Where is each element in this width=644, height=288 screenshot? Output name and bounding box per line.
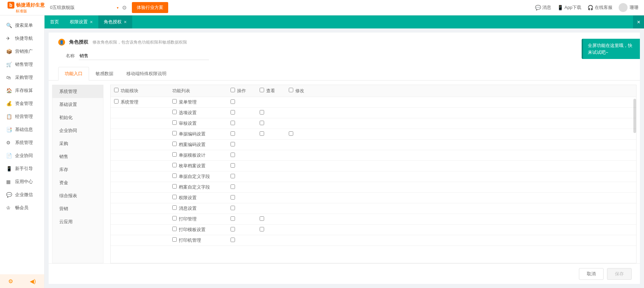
sidebar-item-4[interactable]: 🛍采购管理: [0, 71, 44, 84]
org-selector[interactable]: 0五组旗舰版 ▾: [50, 4, 119, 11]
func-checkbox[interactable]: [172, 110, 177, 114]
module-item-8[interactable]: 综合报表: [52, 189, 103, 202]
module-item-5[interactable]: 销售: [52, 150, 103, 163]
select-all-module-checkbox[interactable]: [114, 88, 119, 92]
sidebar-item-13[interactable]: 💬企业微信: [0, 188, 44, 201]
sub-tab-2[interactable]: 移动端特殊权限说明: [120, 67, 173, 81]
sidebar-item-label: 基础信息: [15, 127, 33, 133]
func-checkbox[interactable]: [172, 237, 177, 242]
select-all-edit-checkbox[interactable]: [289, 88, 293, 92]
module-item-6[interactable]: 库存: [52, 163, 103, 176]
sidebar-item-label: 采购管理: [15, 74, 33, 81]
user-menu[interactable]: 珊珊: [619, 3, 639, 12]
view-checkbox[interactable]: [260, 110, 264, 115]
op-checkbox[interactable]: [231, 227, 235, 231]
func-name: 打印模板设置: [179, 227, 206, 232]
sidebar-item-5[interactable]: 🏠库存核算: [0, 84, 44, 97]
func-checkbox[interactable]: [172, 195, 177, 199]
module-item-3[interactable]: 企业协同: [52, 124, 103, 137]
permission-table-wrap[interactable]: 功能模块 功能列表 操作 查看 修改 系统管理菜单管理选项设置审核设置单据编码设…: [110, 85, 636, 263]
func-checkbox[interactable]: [172, 99, 177, 104]
permission-body: 系统管理基础设置初始化企业协同采购销售库存资金综合报表营销云应用 功能模块 功能…: [49, 81, 640, 263]
module-item-1[interactable]: 基础设置: [52, 98, 103, 111]
close-icon[interactable]: ✕: [124, 20, 127, 24]
sidebar-item-0[interactable]: 🔍搜索菜单: [0, 19, 44, 32]
customer-service-link[interactable]: 🎧 在线客服: [587, 4, 612, 11]
sidebar-item-3[interactable]: 🛒销售管理: [0, 58, 44, 71]
settings-icon[interactable]: ⚙: [8, 278, 13, 285]
sub-tab-1[interactable]: 敏感数据: [89, 67, 120, 81]
sidebar-item-label: 新手引导: [15, 166, 33, 172]
module-checkbox[interactable]: [114, 99, 119, 104]
module-item-0[interactable]: 系统管理: [52, 85, 103, 98]
messages-link[interactable]: 💬 消息: [535, 4, 551, 11]
sidebar-item-11[interactable]: 📱新手引导: [0, 162, 44, 175]
op-checkbox[interactable]: [231, 131, 235, 136]
sidebar-icon: ♔: [6, 205, 12, 211]
op-checkbox[interactable]: [231, 184, 235, 189]
op-checkbox[interactable]: [231, 195, 235, 200]
func-checkbox[interactable]: [172, 184, 177, 189]
func-checkbox[interactable]: [172, 173, 177, 178]
tab-0[interactable]: 首页: [45, 15, 64, 28]
module-item-7[interactable]: 资金: [52, 176, 103, 189]
table-row: 打印机管理: [111, 235, 636, 246]
func-name: 选项设置: [179, 110, 197, 115]
sidebar-item-1[interactable]: ✈快捷导航: [0, 32, 44, 45]
module-item-2[interactable]: 初始化: [52, 111, 103, 124]
sidebar-item-8[interactable]: 📑基础信息: [0, 123, 44, 136]
func-checkbox[interactable]: [172, 152, 177, 157]
func-checkbox[interactable]: [172, 227, 177, 231]
sidebar-item-10[interactable]: 📄企业协同: [0, 149, 44, 162]
module-item-10[interactable]: 云应用: [52, 215, 103, 228]
func-checkbox[interactable]: [172, 142, 177, 146]
app-download-link[interactable]: 📱 App下载: [557, 4, 581, 11]
view-checkbox[interactable]: [260, 121, 264, 125]
logo-text: 畅捷通好生意: [16, 2, 45, 8]
view-checkbox[interactable]: [260, 227, 264, 231]
sidebar-item-7[interactable]: 📋经营管理: [0, 110, 44, 123]
func-checkbox[interactable]: [172, 216, 177, 220]
op-checkbox[interactable]: [231, 110, 235, 115]
op-checkbox[interactable]: [231, 206, 235, 210]
view-checkbox[interactable]: [260, 216, 264, 221]
func-checkbox[interactable]: [172, 120, 177, 125]
op-checkbox[interactable]: [231, 142, 235, 146]
func-checkbox[interactable]: [172, 131, 177, 135]
scrollbar-thumb[interactable]: [633, 99, 636, 133]
op-checkbox[interactable]: [231, 163, 235, 168]
select-all-op-checkbox[interactable]: [231, 88, 235, 92]
select-all-view-checkbox[interactable]: [260, 88, 264, 92]
collapse-icon[interactable]: ◀): [30, 278, 36, 285]
promo-button[interactable]: 体验行业方案: [132, 2, 168, 13]
tab-2[interactable]: 角色授权✕: [98, 15, 132, 28]
sidebar-item-9[interactable]: ⚙系统管理: [0, 136, 44, 149]
role-name-input[interactable]: [79, 52, 209, 60]
module-item-4[interactable]: 采购: [52, 137, 103, 150]
sidebar-item-14[interactable]: ♔畅会员: [0, 201, 44, 214]
view-checkbox[interactable]: [260, 131, 264, 136]
op-checkbox[interactable]: [231, 99, 235, 104]
op-checkbox[interactable]: [231, 153, 235, 157]
cancel-button[interactable]: 取消: [579, 268, 604, 280]
sidebar-item-6[interactable]: 💰资金管理: [0, 97, 44, 110]
op-checkbox[interactable]: [231, 121, 235, 125]
op-checkbox[interactable]: [231, 174, 235, 178]
gear-icon[interactable]: ⚙: [122, 4, 127, 11]
footer-bar: 取消 保存: [49, 263, 640, 284]
close-all-tabs-button[interactable]: ✕: [633, 15, 644, 28]
edit-checkbox[interactable]: [289, 131, 293, 136]
func-checkbox[interactable]: [172, 205, 177, 210]
op-checkbox[interactable]: [231, 238, 235, 242]
func-checkbox[interactable]: [172, 163, 177, 167]
sidebar-item-12[interactable]: ▦应用中心: [0, 175, 44, 188]
sidebar-item-2[interactable]: 📦营销推广: [0, 45, 44, 58]
message-icon: 💬: [535, 5, 541, 10]
tab-1[interactable]: 权限设置✕: [64, 15, 98, 28]
module-item-9[interactable]: 营销: [52, 202, 103, 215]
sub-tab-0[interactable]: 功能入口: [58, 67, 89, 81]
op-checkbox[interactable]: [231, 216, 235, 221]
table-row: 档案编码设置: [111, 140, 636, 150]
save-button[interactable]: 保存: [607, 268, 632, 280]
close-icon[interactable]: ✕: [90, 20, 93, 24]
